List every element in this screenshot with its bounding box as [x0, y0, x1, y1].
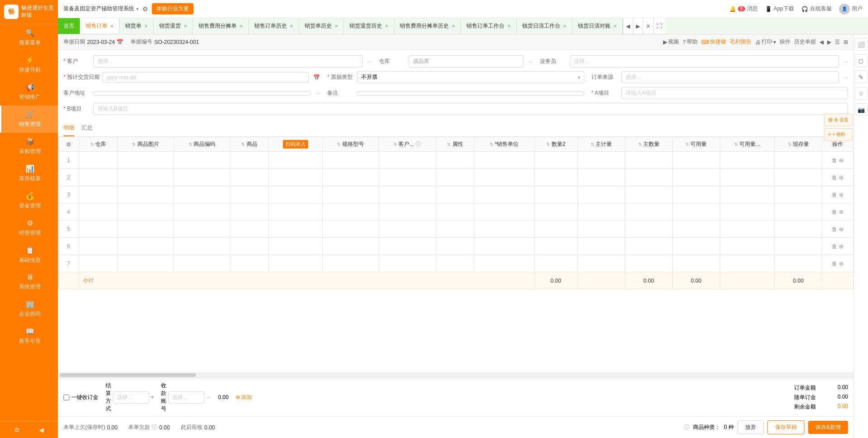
- th-settings[interactable]: ⚙: [58, 137, 79, 152]
- collapse-icon[interactable]: ◀: [39, 426, 44, 433]
- copy-icon[interactable]: ⊕: [839, 192, 844, 198]
- customer-expand-icon[interactable]: ···: [367, 58, 372, 65]
- operation-link[interactable]: 操作: [780, 38, 790, 46]
- delete-icon[interactable]: 🗑: [832, 157, 837, 164]
- tab-sales-workbench[interactable]: 销售订单工作台 ✕: [461, 18, 517, 34]
- right-panel-icon-5[interactable]: 📷: [855, 103, 868, 116]
- row-unit[interactable]: [475, 152, 534, 169]
- row-product-image[interactable]: [117, 152, 174, 169]
- tab-expand-btn[interactable]: ⛶: [653, 18, 664, 34]
- delete-icon[interactable]: 🗑: [832, 209, 837, 215]
- right-panel-icon-2[interactable]: ◻: [855, 54, 868, 67]
- settings-bottom-icon[interactable]: ⚙: [14, 426, 20, 433]
- salesperson-expand-icon[interactable]: ···: [844, 58, 848, 65]
- salesperson-input[interactable]: 选择...: [570, 55, 839, 67]
- delivery-date-input[interactable]: yyyy-mm-dd: [102, 72, 309, 83]
- sidebar-item-search[interactable]: 🔍 搜索菜单: [0, 24, 58, 51]
- row-product[interactable]: [230, 152, 268, 169]
- right-panel-icon-4[interactable]: ☆: [855, 87, 868, 100]
- row-attributes[interactable]: [436, 152, 475, 169]
- delete-icon[interactable]: 🗑: [832, 243, 837, 250]
- tab-sales-order[interactable]: 销售订单 ✕: [80, 18, 120, 34]
- tab-home[interactable]: 首页: [58, 18, 80, 34]
- tab-sales-invoice[interactable]: 销货单 ✕: [120, 18, 154, 34]
- order-source-input[interactable]: 选择...: [621, 71, 839, 83]
- order-source-expand-icon[interactable]: ···: [844, 74, 848, 81]
- app-download-group[interactable]: 📱 App下载: [765, 5, 794, 13]
- shortcut-link[interactable]: ⌨ 快捷键: [701, 38, 726, 46]
- address-input[interactable]: [93, 91, 311, 96]
- right-panel-icon-3[interactable]: ✎: [855, 71, 868, 83]
- tab-close-icon[interactable]: ✕: [563, 24, 567, 29]
- copy-icon[interactable]: ⊕: [839, 209, 844, 215]
- tab-return-history[interactable]: 销货退货历史 ✕: [344, 18, 394, 34]
- sidebar-item-base-info[interactable]: 📋 基础信息: [0, 241, 58, 269]
- settings-side-button[interactable]: ⚙ ⚙ 设置: [824, 114, 853, 126]
- save-draft-button[interactable]: 保存草稿: [767, 420, 805, 434]
- note-input[interactable]: [357, 91, 584, 96]
- add-item-button[interactable]: + + 物料: [824, 128, 853, 141]
- tab-sales-return[interactable]: 销货退货 ✕: [154, 18, 193, 34]
- payment-method-input[interactable]: 选择...: [113, 391, 149, 404]
- tab-sales-expense[interactable]: 销售费用分摊单 ✕: [193, 18, 249, 34]
- sidebar-item-sales[interactable]: 🛒 销售管理: [0, 106, 58, 133]
- customer-input[interactable]: 选择...: [93, 55, 363, 67]
- tab-close-icon[interactable]: ✕: [385, 24, 388, 29]
- sidebar-item-marketing[interactable]: 📢 营销推广: [0, 78, 58, 106]
- row-spec[interactable]: [322, 152, 378, 169]
- one-click-collect-checkbox[interactable]: [63, 395, 69, 400]
- copy-icon[interactable]: ⊕: [839, 260, 844, 267]
- online-service-group[interactable]: 🎧 在线客服: [801, 5, 832, 13]
- sidebar-item-finance[interactable]: 💰 资金管理: [0, 187, 58, 214]
- invoice-type-select[interactable]: 不开票 ▾: [357, 71, 584, 83]
- tab-prev-btn[interactable]: ◀: [623, 18, 633, 34]
- tab-invoice-history[interactable]: 销货单历史 ✕: [299, 18, 344, 34]
- copy-icon[interactable]: ⊕: [839, 243, 844, 250]
- scroll-thumb[interactable]: [60, 373, 196, 377]
- calendar-icon[interactable]: 📅: [116, 39, 123, 45]
- settings-icon[interactable]: ⚙: [142, 5, 148, 13]
- tab-expense-history[interactable]: 销售费用分摊单历史 ✕: [394, 18, 461, 34]
- sidebar-item-guide[interactable]: 📖 新手引导: [0, 322, 58, 350]
- add-button[interactable]: ⊕ 添加: [236, 394, 252, 401]
- history-link[interactable]: 历史单据: [794, 38, 816, 46]
- delete-icon[interactable]: 🗑: [832, 260, 837, 267]
- tab-receivable-workbench[interactable]: 钱货日清工作台 ✕: [517, 18, 572, 34]
- tab-close-icon[interactable]: ✕: [239, 24, 243, 29]
- delete-icon[interactable]: 🗑: [832, 226, 837, 232]
- tab-close-icon[interactable]: ✕: [290, 24, 293, 29]
- tab-close-icon[interactable]: ✕: [110, 24, 114, 29]
- sidebar-item-quick-nav[interactable]: ⚡ 快捷导航: [0, 51, 58, 78]
- row-available2[interactable]: [720, 152, 775, 169]
- sidebar-item-purchase[interactable]: 📦 采购管理: [0, 133, 58, 160]
- row-current-stock[interactable]: [775, 152, 822, 169]
- tab-summary[interactable]: 汇总: [82, 120, 92, 136]
- row-scan[interactable]: [268, 152, 322, 169]
- grid-view-icon[interactable]: ⊞: [844, 39, 848, 45]
- tab-sales-order-history[interactable]: 销售订单历史 ✕: [249, 18, 299, 34]
- row-main-unit[interactable]: [577, 152, 625, 169]
- payment-method-dropdown-icon[interactable]: ▾: [151, 394, 154, 400]
- row-customer-code[interactable]: [378, 152, 436, 169]
- dropdown-icon[interactable]: ▾: [136, 6, 139, 12]
- row-product-code[interactable]: [174, 152, 230, 169]
- nav-prev-icon[interactable]: ◀: [820, 39, 824, 45]
- sidebar-item-system[interactable]: 🖥 系统管理: [0, 269, 58, 295]
- row-qty2[interactable]: [534, 152, 577, 169]
- warehouse-input[interactable]: 成品库: [409, 55, 524, 67]
- print-link[interactable]: 🖨 打印 ▾: [755, 38, 776, 46]
- right-panel-icon-1[interactable]: ⬜: [855, 38, 868, 51]
- view-link[interactable]: ▶ 视频: [663, 38, 679, 46]
- address-expand-icon[interactable]: ···: [315, 90, 320, 96]
- date-value[interactable]: 2023-03-24: [87, 39, 115, 45]
- b-project-input[interactable]: 请输入B项目: [93, 103, 848, 115]
- row-available[interactable]: [672, 152, 720, 169]
- list-view-icon[interactable]: ☰: [835, 39, 840, 45]
- discard-button[interactable]: 放弃: [737, 420, 764, 434]
- a-project-input[interactable]: 请输入A项目: [621, 87, 848, 99]
- tab-close-icon[interactable]: ✕: [507, 24, 511, 29]
- profit-link[interactable]: 毛利预告: [730, 38, 752, 46]
- tab-close-icon[interactable]: ✕: [144, 24, 148, 29]
- copy-icon[interactable]: ⊕: [839, 157, 844, 164]
- delete-icon[interactable]: 🗑: [832, 192, 837, 198]
